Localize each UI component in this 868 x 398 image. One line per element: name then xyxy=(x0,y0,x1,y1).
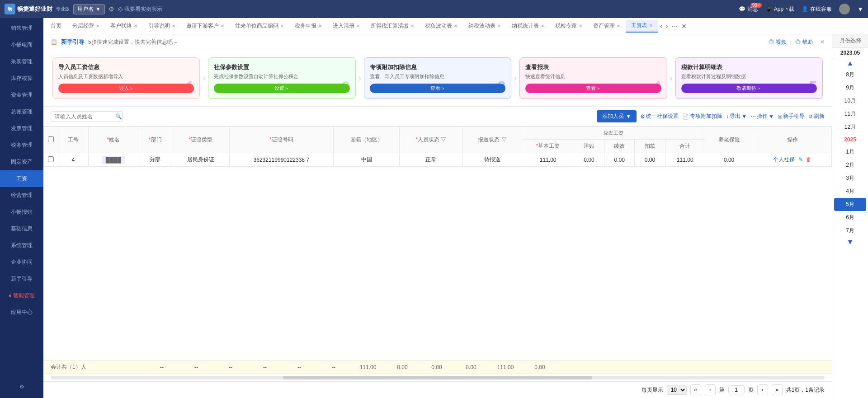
tab-salary-table[interactable]: 工资表 ✕ xyxy=(626,20,658,33)
step-1-btn[interactable]: 导入＞ xyxy=(58,84,194,93)
footer-total-label: 会计共（1）人 xyxy=(51,363,141,371)
guide-help-link[interactable]: ◎ 帮助 xyxy=(795,38,813,46)
month-7[interactable]: 7月 xyxy=(832,224,868,237)
pagination-bar: 每页显示 10 20 50 « ‹ 第 页 › » 共1页，1条记录 xyxy=(43,381,832,398)
tab-customer[interactable]: 客户联络 ✕ xyxy=(105,20,143,33)
month-4[interactable]: 4月 xyxy=(832,185,868,198)
tab-home[interactable]: 首页 xyxy=(45,20,67,33)
guide-video-link[interactable]: ◎ 视频 xyxy=(769,38,786,46)
user-selector[interactable]: 用户名 ▼ xyxy=(73,4,105,14)
sidebar-item-purchase[interactable]: 采购管理 xyxy=(0,53,43,70)
tab-close-all[interactable]: ✕ xyxy=(679,23,689,30)
month-11[interactable]: 11月 xyxy=(832,108,868,121)
sidebar-item-sales[interactable]: 销售管理 xyxy=(0,20,43,37)
first-page-btn[interactable]: « xyxy=(690,384,701,395)
tab-income-tax[interactable]: 所得税汇算清缴 ✕ xyxy=(365,20,420,33)
tab-nav-right[interactable]: › xyxy=(664,23,670,30)
table-container: 工号 *姓名 *部门 *证照类型 *证照号码 国籍（地区） *人员状态 ▽ 报送… xyxy=(43,126,832,360)
sidebar-item-settings[interactable]: ⚙ xyxy=(18,379,26,394)
tab-invite[interactable]: 邀请下游客户 ✕ xyxy=(181,20,230,33)
month-panel-up-btn[interactable]: ▲ xyxy=(832,58,868,68)
settings-icon[interactable]: ⚙ xyxy=(108,5,114,13)
horizontal-scrollbar[interactable] xyxy=(51,376,825,379)
tab-asset-mgmt[interactable]: 资产管理 ✕ xyxy=(588,20,626,33)
month-6[interactable]: 6月 xyxy=(832,211,868,224)
tab-more[interactable]: ⋯ xyxy=(670,23,679,30)
tab-tax-expert[interactable]: 税检专家 ✕ xyxy=(550,20,588,33)
online-service-btn[interactable]: 👤 在线客服 xyxy=(802,5,832,13)
tab-layered[interactable]: 分层经营 ✕ xyxy=(67,20,105,33)
scrollbar-thumb[interactable] xyxy=(283,376,593,379)
sidebar-item-invoice[interactable]: 发票管理 xyxy=(0,120,43,137)
sidebar-item-guide[interactable]: 新手引导 xyxy=(0,271,43,287)
sidebar-item-ecommerce[interactable]: 小畅电商 xyxy=(0,37,43,53)
messages-btn[interactable]: 💬 消息 99+ xyxy=(739,5,758,13)
month-9[interactable]: 9月 xyxy=(832,81,868,94)
last-page-btn[interactable]: » xyxy=(772,384,783,395)
month-panel-down-btn[interactable]: ▼ xyxy=(832,237,868,247)
actions-btn[interactable]: ⋯ 操作 ▼ xyxy=(750,112,774,120)
select-all-checkbox[interactable] xyxy=(48,136,54,142)
month-8[interactable]: 8月 xyxy=(832,68,868,81)
month-10[interactable]: 10月 xyxy=(832,94,868,108)
sidebar-item-smart[interactable]: ● 智能管理 xyxy=(0,287,43,304)
step-arrow-4: › xyxy=(669,57,674,99)
step-5-btn[interactable]: 敬请期待＞ xyxy=(681,84,817,93)
tab-clearance[interactable]: 进入清册 ✕ xyxy=(327,20,365,33)
sidebar-item-tax[interactable]: 税务管理 xyxy=(0,137,43,154)
current-page-input[interactable] xyxy=(728,385,745,394)
tab-guide[interactable]: 引导说明 ✕ xyxy=(143,20,181,33)
step-4-btn[interactable]: 查看＞ xyxy=(525,84,661,93)
sidebar-item-salary[interactable]: 工资 xyxy=(0,170,43,187)
sidebar-item-ledger[interactable]: 总账管理 xyxy=(0,103,43,120)
sidebar-item-expense[interactable]: 小畅报销 xyxy=(0,204,43,220)
step-3-btn[interactable]: 查看＞ xyxy=(370,84,505,93)
add-person-btn[interactable]: 添加人员 ▼ xyxy=(597,110,637,122)
refresh-btn[interactable]: ↺ 刷新 xyxy=(808,112,825,120)
delete-icon[interactable]: 🗑 xyxy=(806,156,811,163)
tab-tax-burden[interactable]: 税负波动表 ✕ xyxy=(420,20,463,33)
tab-close[interactable]: ✕ xyxy=(96,23,99,28)
app-download-btn[interactable]: 📱 App下载 xyxy=(765,5,794,13)
step-2-btn[interactable]: 设置＞ xyxy=(214,84,349,93)
sidebar-item-system[interactable]: 系统管理 xyxy=(0,237,43,254)
guide-close-btn[interactable]: ✕ xyxy=(820,39,825,45)
avatar[interactable] xyxy=(839,4,850,14)
sidebar-item-app-center[interactable]: 应用中心 xyxy=(0,304,43,321)
year-2025[interactable]: 2025 xyxy=(832,134,868,145)
month-1[interactable]: 1月 xyxy=(832,145,868,159)
month-12[interactable]: 12月 xyxy=(832,121,868,134)
sidebar-item-inventory[interactable]: 库存核算 xyxy=(0,70,43,87)
step-2-title: 社保参数设置 xyxy=(214,63,349,71)
user-menu-btn[interactable]: ▼ xyxy=(857,5,863,13)
tab-product-code[interactable]: 往来单位商品编码 ✕ xyxy=(230,20,289,33)
month-3[interactable]: 3月 xyxy=(832,172,868,185)
export-btn[interactable]: ↓ 导出 ▼ xyxy=(726,112,747,120)
tab-tax-stats[interactable]: 纳税统计表 ✕ xyxy=(506,20,550,33)
tab-tax-wave[interactable]: 纳税波动表 ✕ xyxy=(463,20,506,33)
prev-page-btn[interactable]: ‹ xyxy=(705,384,716,395)
newbie-guide-btn[interactable]: ◎ 新手引导 xyxy=(778,112,805,120)
tab-tax-report[interactable]: 税务申报 ✕ xyxy=(289,20,327,33)
month-5[interactable]: 5月 xyxy=(834,198,866,211)
salary-page: 📋 新手引导 5步快速完成设置，快去完善信息吧～ ◎ 视频 | ◎ 帮助 ✕ xyxy=(43,34,832,398)
sidebar-item-enterprise[interactable]: 企业协同 xyxy=(0,254,43,271)
page-size-select[interactable]: 10 20 50 xyxy=(667,385,687,395)
unified-settings-btn[interactable]: ⚙ 统一社保设置 xyxy=(640,112,679,120)
step-card-4: 查看报表 快速查看统计信息 查看＞ 4 xyxy=(519,57,667,99)
demo-link[interactable]: ◎ 我要看实例演示 xyxy=(118,5,162,13)
sidebar-item-assets[interactable]: 固定资产 xyxy=(0,154,43,170)
next-page-btn[interactable]: › xyxy=(757,384,768,395)
sidebar-item-operations[interactable]: 经营管理 xyxy=(0,187,43,204)
sidebar-item-basic-info[interactable]: 基础信息 xyxy=(0,220,43,237)
tab-nav-left[interactable]: ‹ xyxy=(658,23,664,30)
edit-icon[interactable]: ✎ xyxy=(798,156,803,163)
special-deduction-btn[interactable]: 📄 专项附加扣除 xyxy=(682,112,722,120)
sidebar-item-finance[interactable]: 资金管理 xyxy=(0,87,43,103)
month-panel: 月份选择 2023.05 ▲ 8月 9月 10月 11月 12月 2025 1月… xyxy=(832,34,868,398)
personal-social-insurance-link[interactable]: 个人社保 xyxy=(773,156,795,163)
month-2[interactable]: 2月 xyxy=(832,159,868,172)
row-checkbox[interactable] xyxy=(48,156,54,162)
search-input[interactable] xyxy=(55,113,113,120)
search-icon[interactable]: 🔍 xyxy=(115,113,122,120)
